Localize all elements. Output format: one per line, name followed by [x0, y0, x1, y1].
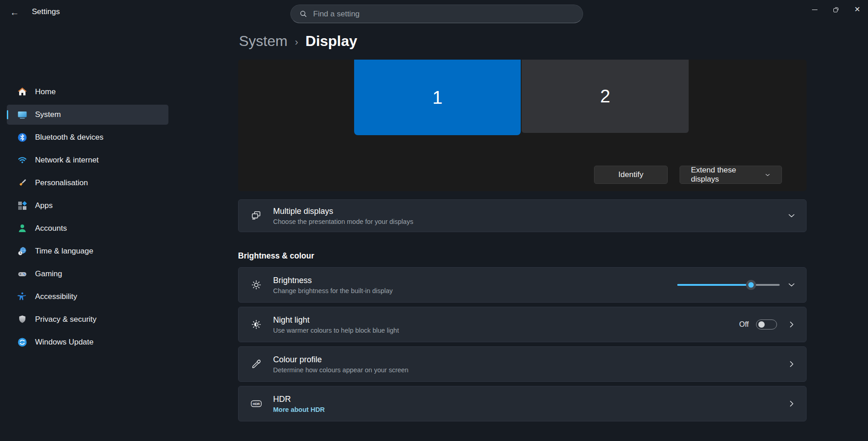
- home-icon: [17, 86, 28, 97]
- system-icon: [17, 109, 28, 120]
- chevron-right-icon[interactable]: [786, 398, 797, 409]
- app-title: Settings: [32, 7, 60, 16]
- breadcrumb-system[interactable]: System: [239, 33, 288, 50]
- wifi-icon: [17, 155, 28, 166]
- sidebar-item-apps[interactable]: Apps: [7, 196, 168, 216]
- night-light-icon: [250, 319, 262, 330]
- search-box[interactable]: [290, 5, 583, 23]
- titlebar: ← Settings ✕: [0, 0, 868, 24]
- brightness-row[interactable]: Brightness Change brightness for the bui…: [238, 267, 807, 303]
- sidebar-item-label: Gaming: [35, 269, 62, 279]
- multiple-displays-row[interactable]: Multiple displays Choose the presentatio…: [238, 199, 807, 232]
- search-input[interactable]: [313, 10, 574, 19]
- breadcrumb: System › Display: [239, 33, 357, 50]
- shield-icon: [17, 314, 28, 325]
- identify-button[interactable]: Identify: [594, 166, 668, 184]
- chevron-right-icon[interactable]: [786, 359, 797, 370]
- restore-button[interactable]: [825, 0, 847, 19]
- update-icon: [17, 337, 28, 348]
- sidebar-item-label: Privacy & security: [35, 315, 96, 324]
- row-subtitle: Use warmer colours to help block blue li…: [273, 326, 399, 335]
- close-button[interactable]: ✕: [847, 0, 868, 19]
- row-title: Night light: [273, 315, 399, 325]
- more-about-hdr-link[interactable]: More about HDR: [273, 406, 325, 414]
- sidebar-item-accessibility[interactable]: Accessibility: [7, 287, 168, 307]
- sidebar-item-label: Time & language: [35, 247, 93, 256]
- sidebar-item-time-language[interactable]: Time & language: [7, 241, 168, 261]
- chevron-down-icon: [765, 172, 771, 178]
- back-arrow-icon: ←: [10, 7, 19, 18]
- monitor-2[interactable]: 2: [522, 60, 689, 133]
- sidebar-item-label: System: [35, 110, 61, 119]
- sidebar-item-network-internet[interactable]: Network & internet: [7, 150, 168, 170]
- slider-knob[interactable]: [746, 280, 756, 290]
- search-icon: [299, 10, 308, 18]
- sidebar-item-gaming[interactable]: Gaming: [7, 264, 168, 284]
- chevron-down-icon[interactable]: [786, 279, 797, 290]
- minimize-icon: [812, 10, 817, 10]
- sidebar-item-label: Home: [35, 87, 56, 96]
- globe-clock-icon: [17, 246, 28, 257]
- apps-icon: [17, 200, 28, 211]
- identify-button-label: Identify: [619, 170, 644, 179]
- row-title: Colour profile: [273, 355, 408, 365]
- accessibility-icon: [17, 291, 28, 302]
- brightness-icon: [250, 279, 262, 291]
- sidebar-item-windows-update[interactable]: Windows Update: [7, 332, 168, 352]
- sidebar-item-label: Accessibility: [35, 292, 77, 301]
- sidebar-item-label: Accounts: [35, 224, 67, 233]
- bluetooth-icon: [17, 132, 28, 143]
- monitor-1-number: 1: [432, 87, 442, 108]
- chevron-down-icon[interactable]: [786, 210, 797, 221]
- sidebar-item-home[interactable]: Home: [7, 82, 168, 102]
- sidebar-item-system[interactable]: System: [7, 105, 168, 125]
- section-header-brightness-colour: Brightness & colour: [238, 251, 807, 261]
- sidebar-item-personalisation[interactable]: Personalisation: [7, 173, 168, 193]
- row-subtitle: Determine how colours appear on your scr…: [273, 366, 408, 374]
- monitor-1[interactable]: 1: [354, 60, 521, 135]
- slider-fill: [677, 284, 751, 286]
- sidebar-item-accounts[interactable]: Accounts: [7, 218, 168, 238]
- display-panel-buttons: Identify Extend these displays: [594, 166, 782, 184]
- eyedropper-icon: [250, 358, 262, 370]
- night-light-row[interactable]: Night light Use warmer colours to help b…: [238, 307, 807, 342]
- chevron-right-icon[interactable]: [786, 319, 797, 330]
- row-title: Brightness: [273, 275, 393, 285]
- window-controls: ✕: [804, 0, 868, 19]
- row-title: Multiple displays: [273, 206, 413, 216]
- minimize-button[interactable]: [804, 0, 825, 19]
- row-title: HDR: [273, 394, 325, 404]
- row-subtitle: Change brightness for the built-in displ…: [273, 287, 393, 295]
- sidebar-item-label: Apps: [35, 201, 53, 210]
- brush-icon: [17, 177, 28, 188]
- page-title: Display: [305, 33, 357, 50]
- accounts-icon: [17, 223, 28, 234]
- sidebar-item-label: Personalisation: [35, 178, 88, 188]
- row-subtitle: Choose the presentation mode for your di…: [273, 218, 413, 226]
- sidebar-item-label: Network & internet: [35, 156, 99, 165]
- sidebar-item-label: Bluetooth & devices: [35, 133, 103, 142]
- sidebar-item-privacy-security[interactable]: Privacy & security: [7, 309, 168, 329]
- night-light-toggle[interactable]: [756, 319, 777, 329]
- extend-displays-dropdown[interactable]: Extend these displays: [680, 166, 782, 184]
- sidebar: Home System Bluetooth & devices: [7, 82, 168, 355]
- svg-text:HDR: HDR: [253, 402, 260, 406]
- multiple-displays-icon: [250, 210, 262, 222]
- close-icon: ✕: [854, 6, 860, 13]
- main-content: 1 2 Identify Extend these displays: [238, 60, 807, 421]
- night-light-state: Off: [739, 320, 749, 329]
- extend-displays-label: Extend these displays: [691, 166, 758, 184]
- breadcrumb-separator: ›: [295, 35, 298, 48]
- sidebar-item-label: Windows Update: [35, 338, 94, 347]
- display-arrangement-panel: 1 2 Identify Extend these displays: [238, 60, 807, 191]
- colour-profile-row[interactable]: Colour profile Determine how colours app…: [238, 346, 807, 382]
- toggle-knob: [758, 321, 765, 328]
- back-button[interactable]: ←: [5, 5, 24, 20]
- hdr-icon: HDR: [250, 398, 262, 410]
- hdr-row[interactable]: HDR HDR More about HDR: [238, 386, 807, 421]
- monitor-2-number: 2: [600, 86, 610, 106]
- restore-icon: [833, 7, 838, 12]
- sidebar-item-bluetooth-devices[interactable]: Bluetooth & devices: [7, 127, 168, 147]
- gamepad-icon: [17, 269, 28, 279]
- brightness-slider[interactable]: [677, 280, 780, 290]
